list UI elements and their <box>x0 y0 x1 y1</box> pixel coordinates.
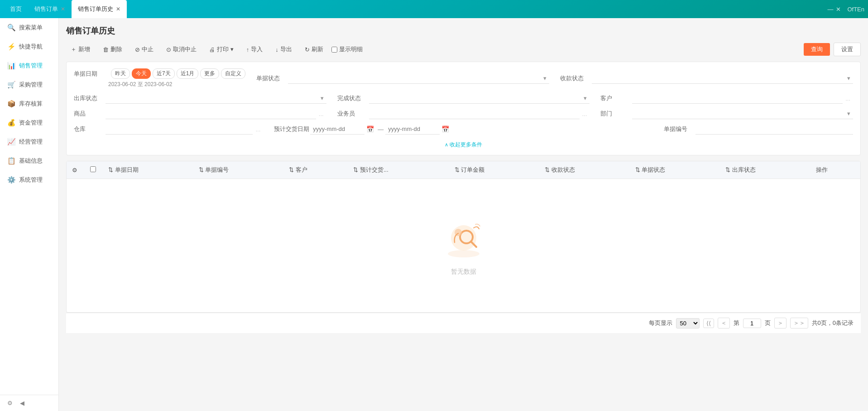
complete-field: 完成状态 ▾ <box>337 93 590 104</box>
dept-select[interactable]: ▾ <box>632 108 853 119</box>
col-receipt-status[interactable]: ⇅ 收款状态 <box>539 161 630 179</box>
complete-select[interactable]: ▾ <box>369 93 590 104</box>
col-settings[interactable]: ⚙ <box>67 161 85 179</box>
date-btn-custom[interactable]: 自定义 <box>221 68 245 79</box>
window-min[interactable]: — <box>827 6 833 13</box>
out-stock-select[interactable]: ▾ <box>106 93 326 104</box>
sidebar-item-finance[interactable]: 💰 资金管理 <box>0 113 58 132</box>
delivery-date-to[interactable] <box>385 124 440 135</box>
per-page-label: 每页显示 <box>649 319 672 327</box>
date-btn-7days[interactable]: 近7天 <box>153 68 175 79</box>
tab-home[interactable]: 首页 <box>4 0 28 18</box>
sidebar-item-basic-info[interactable]: 📋 基础信息 <box>0 151 58 170</box>
sales-mgmt-icon: 📊 <box>7 62 15 70</box>
tab-sales-order[interactable]: 销售订单 ✕ <box>28 0 72 18</box>
query-button[interactable]: 查询 <box>804 43 830 56</box>
warehouse-field: 仓库 ... <box>74 124 263 135</box>
calendar-from-icon[interactable]: 📅 <box>366 126 374 133</box>
status-field: 单据状态 ▾ <box>256 73 549 84</box>
delivery-date-from[interactable] <box>310 124 364 135</box>
print-button[interactable]: 🖨 打印 ▾ <box>205 43 238 56</box>
collapse-text[interactable]: 收起更多条件 <box>450 141 482 148</box>
col-checkbox[interactable] <box>85 161 103 179</box>
col-operation: 操作 <box>810 161 860 179</box>
goods-field: 商品 ... <box>74 108 326 119</box>
chevron-down-icon: ▾ <box>543 75 547 82</box>
often-label: OfTEn <box>847 6 864 13</box>
export-button[interactable]: ↓ 导出 <box>271 43 297 56</box>
delete-button[interactable]: 🗑 删除 <box>98 43 127 56</box>
sidebar-collapse-icon[interactable]: ◀ <box>20 400 24 406</box>
col-delivery-date[interactable]: ⇅ 预计交货... <box>348 161 449 179</box>
salesman-dots[interactable]: ... <box>580 111 590 117</box>
customer-input[interactable] <box>632 93 843 104</box>
customer-dots[interactable]: ... <box>843 95 853 102</box>
settings-button[interactable]: 设置 <box>834 43 861 56</box>
quick-nav-icon: ⚡ <box>7 43 15 51</box>
goods-input[interactable] <box>106 108 316 119</box>
filter-row-1: 单据日期 昨天 今天 近7天 近1月 更多 自定义 2023-06-02 至 2… <box>74 68 853 88</box>
stop-button[interactable]: ⊘ 中止 <box>130 43 158 56</box>
sidebar-item-quick-nav[interactable]: ⚡ 快捷导航 <box>0 37 58 56</box>
date-btn-today[interactable]: 今天 <box>132 68 151 79</box>
sidebar-item-purchase-mgmt[interactable]: 🛒 采购管理 <box>0 75 58 94</box>
filter-row-2: 出库状态 ▾ 完成状态 ▾ 客户 <box>74 93 853 104</box>
sidebar: 🔍 搜索菜单 ⚡ 快捷导航 📊 销售管理 🛒 采购管理 📦 库存核算 💰 资金管… <box>0 18 59 411</box>
date-btn-1month[interactable]: 近1月 <box>177 68 199 79</box>
finance-icon: 💰 <box>7 119 15 127</box>
warehouse-dots[interactable]: ... <box>253 126 263 133</box>
svg-point-0 <box>448 250 480 257</box>
last-page-button[interactable]: ＞＞ <box>790 318 808 329</box>
new-button[interactable]: ＋ 新增 <box>66 43 95 56</box>
content-area: 销售订单历史 ＋ 新增 🗑 删除 ⊘ 中止 ⊙ 取消中止 🖨 打印 ▾ <box>59 18 868 411</box>
operations-icon: 📈 <box>7 138 15 146</box>
current-page-input[interactable] <box>743 319 761 328</box>
salesman-input[interactable] <box>369 108 580 119</box>
sidebar-settings-icon[interactable]: ⚙ <box>7 400 13 406</box>
receipt-status-select[interactable]: ▾ <box>592 73 853 84</box>
goods-dots[interactable]: ... <box>316 111 326 117</box>
sidebar-bottom: ⚙ ◀ <box>0 395 58 411</box>
window-close[interactable]: ✕ <box>836 6 841 13</box>
col-date[interactable]: ⇅ 单据日期 <box>103 161 193 179</box>
empty-text: 暂无数据 <box>451 268 476 276</box>
top-bar: 首页 销售订单 ✕ 销售订单历史 ✕ — ✕ OfTEn <box>0 0 868 18</box>
per-page-select[interactable]: 10 20 50 100 <box>676 318 700 329</box>
status-select[interactable]: ▾ <box>288 73 549 84</box>
import-button[interactable]: ↑ 导入 <box>242 43 268 56</box>
basic-info-icon: 📋 <box>7 157 15 165</box>
col-amount[interactable]: ⇅ 订单金额 <box>449 161 540 179</box>
sidebar-item-system-mgmt[interactable]: ⚙️ 系统管理 <box>0 170 58 189</box>
show-detail-checkbox[interactable] <box>331 47 337 53</box>
col-customer[interactable]: ⇅ 客户 <box>283 161 348 179</box>
date-btn-more[interactable]: 更多 <box>200 68 219 79</box>
outstock-chevron-icon: ▾ <box>321 95 324 102</box>
top-bar-right: — ✕ OfTEn <box>827 6 864 13</box>
show-detail-checkbox-label[interactable]: 显示明细 <box>331 45 363 53</box>
sidebar-item-search-menu[interactable]: 🔍 搜索菜单 <box>0 18 58 37</box>
order-no-input[interactable] <box>695 124 853 135</box>
first-page-button[interactable]: ⟨⟨ <box>703 319 714 328</box>
warehouse-input[interactable] <box>106 124 253 135</box>
refresh-button[interactable]: ↻ 刷新 <box>300 43 328 56</box>
page-suffix: 页 <box>765 319 771 327</box>
next-page-button[interactable]: ＞ <box>774 318 786 329</box>
table-header-row: ⚙ ⇅ 单据日期 ⇅ 单据编号 ⇅ 客户 <box>67 161 860 179</box>
calendar-to-icon[interactable]: 📅 <box>441 126 449 133</box>
tab-close-history[interactable]: ✕ <box>116 6 120 12</box>
purchase-mgmt-icon: 🛒 <box>7 81 15 89</box>
col-order-no[interactable]: ⇅ 单据编号 <box>193 161 284 179</box>
sidebar-item-operations[interactable]: 📈 经营管理 <box>0 132 58 151</box>
sidebar-item-sales-mgmt[interactable]: 📊 销售管理 <box>0 56 58 75</box>
date-btn-yesterday[interactable]: 昨天 <box>111 68 130 79</box>
select-all-checkbox[interactable] <box>90 166 96 172</box>
sidebar-item-inventory[interactable]: 📦 库存核算 <box>0 94 58 113</box>
col-order-status[interactable]: ⇅ 单据状态 <box>630 161 720 179</box>
cancel-stop-button[interactable]: ⊙ 取消中止 <box>162 43 201 56</box>
collapse-row[interactable]: ∧ 收起更多条件 <box>74 139 853 149</box>
tab-sales-order-history[interactable]: 销售订单历史 ✕ <box>72 0 127 18</box>
tab-close-sales-order[interactable]: ✕ <box>61 6 65 12</box>
system-mgmt-icon: ⚙️ <box>7 176 15 184</box>
prev-page-button[interactable]: ＜ <box>718 318 730 329</box>
col-out-stock-status[interactable]: ⇅ 出库状态 <box>720 161 810 179</box>
